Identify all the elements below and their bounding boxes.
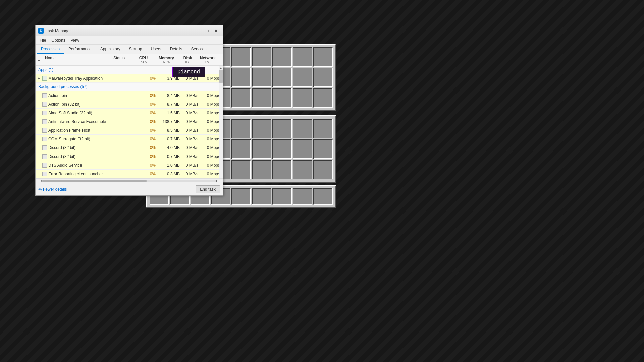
tab-processes[interactable]: Processes xyxy=(37,45,64,54)
process-cpu: 0% xyxy=(137,102,158,107)
sort-indicator: ▲ xyxy=(36,56,42,64)
process-disk: 0 MB/s xyxy=(182,93,201,98)
bg-section-header: Background processes (57) xyxy=(36,83,223,91)
mc-slot xyxy=(231,88,251,108)
process-cpu: 0% xyxy=(137,128,158,133)
end-task-button[interactable]: End task xyxy=(196,185,220,193)
table-row[interactable]: Antimalware Service Executable 0% 138.7 … xyxy=(36,117,223,126)
app-icon: ⚙ xyxy=(38,28,44,34)
table-row[interactable]: DTS Audio Service 0% 1.0 MB 0 MB/s 0 Mbp… xyxy=(36,161,223,170)
mc-slot xyxy=(313,119,333,138)
process-name: COM Surrogate (32 bit) xyxy=(48,137,110,141)
process-memory: 0.3 MB xyxy=(158,172,182,176)
mc-slot xyxy=(293,88,312,108)
table-row[interactable]: AimerSoft Studio (32 bit) 0% 1.5 MB 0 MB… xyxy=(36,109,223,117)
process-disk: 0 MB/s xyxy=(182,128,201,133)
mc-slot xyxy=(252,119,271,138)
col-memory[interactable]: Memory 61% xyxy=(154,56,178,64)
col-disk[interactable]: Disk 0% xyxy=(178,56,197,64)
menu-options[interactable]: Options xyxy=(49,37,68,44)
mc-slot xyxy=(231,139,251,159)
mc-slot xyxy=(293,160,312,179)
col-name[interactable]: Name xyxy=(42,56,106,64)
hotbar-slot xyxy=(272,188,292,205)
tab-services[interactable]: Services xyxy=(187,45,211,54)
table-row[interactable]: Application Frame Host 0% 8.5 MB 0 MB/s … xyxy=(36,126,223,135)
process-memory: 1.5 MB xyxy=(158,111,182,115)
process-table: Apps (1) ▶ Malwarebytes Tray Application… xyxy=(36,66,223,178)
horizontal-scrollbar[interactable]: ◀ ▶ xyxy=(36,178,223,183)
process-icon xyxy=(42,111,47,115)
mc-slot xyxy=(293,119,312,138)
scroll-thumb[interactable] xyxy=(219,70,223,83)
tab-bar: Processes Performance App history Startu… xyxy=(36,45,223,54)
mc-slot xyxy=(293,139,312,159)
table-row[interactable]: Discord (32 bit) 0% 4.0 MB 0 MB/s 0 Mbps xyxy=(36,143,223,152)
process-name: Error Reporting client launcher xyxy=(48,172,110,176)
titlebar: ⚙ Task Manager — □ ✕ xyxy=(36,25,223,36)
mc-slot xyxy=(252,47,271,67)
mc-slot xyxy=(231,160,251,179)
process-disk: 0 MB/s xyxy=(182,119,201,124)
maximize-button[interactable]: □ xyxy=(203,27,211,34)
col-cpu[interactable]: CPU 73% xyxy=(132,56,154,64)
process-memory: 0.7 MB xyxy=(158,137,182,141)
menu-view[interactable]: View xyxy=(68,37,82,44)
mc-slot xyxy=(272,47,292,67)
mc-slot xyxy=(313,47,333,67)
close-button[interactable]: ✕ xyxy=(212,27,220,34)
process-name: Malwarebytes Tray Application xyxy=(48,76,110,81)
col-status[interactable]: Status xyxy=(106,56,132,64)
process-icon xyxy=(42,172,47,176)
process-icon xyxy=(42,154,47,159)
process-memory: 0.7 MB xyxy=(158,154,182,159)
table-row[interactable]: COM Surrogate (32 bit) 0% 0.7 MB 0 MB/s … xyxy=(36,135,223,143)
process-cpu: 0% xyxy=(137,76,158,81)
table-row[interactable]: Error Reporting client launcher 0% 0.3 M… xyxy=(36,170,223,178)
tab-app-history[interactable]: App history xyxy=(96,45,124,54)
process-icon xyxy=(42,119,47,124)
mc-slot xyxy=(272,88,292,108)
title-left: ⚙ Task Manager xyxy=(38,28,71,34)
minimize-button[interactable]: — xyxy=(195,27,203,34)
expand-icon[interactable]: ▶ xyxy=(36,76,42,80)
menu-file[interactable]: File xyxy=(37,37,49,44)
fewer-details-button[interactable]: ◎ Fewer details xyxy=(38,187,67,192)
process-cpu: 0% xyxy=(137,163,158,168)
process-icon xyxy=(42,145,47,150)
process-cpu: 0% xyxy=(137,145,158,150)
window-title: Task Manager xyxy=(46,28,71,33)
task-manager-window: ⚙ Task Manager — □ ✕ File Options View P… xyxy=(35,25,223,196)
table-row[interactable]: Discord (32 bit) 0% 0.7 MB 0 MB/s 0 Mbps xyxy=(36,152,223,161)
process-disk: 0 MB/s xyxy=(182,154,201,159)
tab-users[interactable]: Users xyxy=(147,45,165,54)
process-disk: 0 MB/s xyxy=(182,137,201,141)
diamond-tooltip-text: Diamond xyxy=(172,67,205,77)
col-network[interactable]: Network 0% xyxy=(197,56,219,64)
hotbar-slot xyxy=(252,188,271,205)
mc-slot xyxy=(272,68,292,87)
mc-slot xyxy=(272,119,292,138)
mc-slot xyxy=(252,139,271,159)
mc-slot xyxy=(272,160,292,179)
table-row[interactable]: Action! bin (32 bit) 0% 8.7 MB 0 MB/s 0 … xyxy=(36,100,223,109)
process-memory: 8.7 MB xyxy=(158,102,182,107)
hscroll-track[interactable] xyxy=(42,180,216,182)
process-name: Application Frame Host xyxy=(48,128,110,133)
hotbar-slot xyxy=(313,188,333,205)
hscroll-thumb[interactable] xyxy=(42,180,147,182)
process-name: Discord (32 bit) xyxy=(48,154,110,159)
vertical-scrollbar[interactable]: ▲ xyxy=(219,66,223,178)
column-headers: ▲ Name Status CPU 73% Memory 61% Disk 0%… xyxy=(36,54,223,66)
mc-slot xyxy=(313,160,333,179)
fewer-details-label: Fewer details xyxy=(43,187,67,192)
tab-details[interactable]: Details xyxy=(166,45,186,54)
tab-performance[interactable]: Performance xyxy=(64,45,96,54)
table-row[interactable]: Action! bin 0% 8.4 MB 0 MB/s 0 Mbps xyxy=(36,91,223,100)
window-controls: — □ ✕ xyxy=(195,27,220,34)
process-cpu: 0% xyxy=(137,154,158,159)
mc-slot xyxy=(231,47,251,67)
process-icon xyxy=(42,128,47,133)
tab-startup[interactable]: Startup xyxy=(125,45,146,54)
process-icon xyxy=(42,163,47,168)
